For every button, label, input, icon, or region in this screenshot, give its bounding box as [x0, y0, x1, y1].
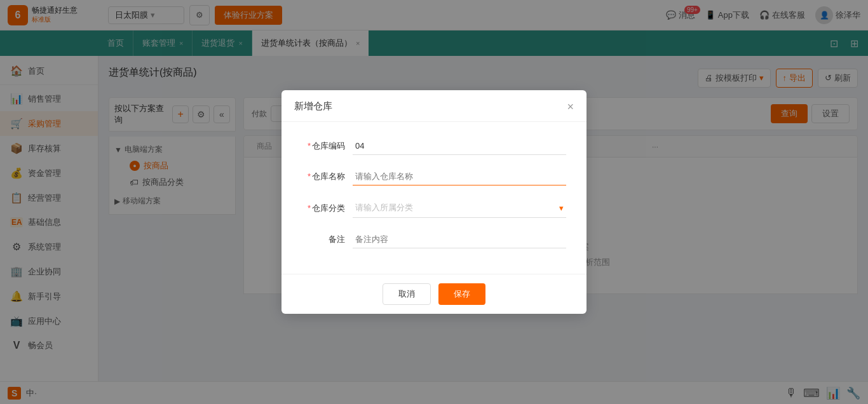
modal-footer: 取消 保存 — [281, 274, 587, 314]
category-placeholder: 请输入所属分类 — [355, 202, 413, 213]
modal-title: 新增仓库 — [294, 100, 332, 112]
code-label: 仓库编码 — [302, 140, 353, 152]
category-dropdown-arrow: ▾ — [559, 203, 564, 213]
category-label: 仓库分类 — [302, 203, 353, 214]
form-row-code: 仓库编码 — [302, 137, 566, 155]
modal-body: 仓库编码 仓库名称 仓库分类 请输入所属分类 ▾ 备注 — [281, 122, 587, 274]
save-button[interactable]: 保存 — [438, 283, 485, 305]
form-row-note: 备注 — [302, 231, 566, 248]
cancel-button[interactable]: 取消 — [383, 283, 431, 305]
note-label: 备注 — [302, 234, 353, 245]
name-label: 仓库名称 — [302, 171, 353, 182]
modal-overlay[interactable]: 新增仓库 × 仓库编码 仓库名称 仓库分类 请输入所属分类 ▾ — [0, 0, 868, 404]
modal-new-warehouse: 新增仓库 × 仓库编码 仓库名称 仓库分类 请输入所属分类 ▾ — [281, 90, 587, 314]
warehouse-category-select[interactable]: 请输入所属分类 ▾ — [353, 198, 566, 218]
warehouse-note-input[interactable] — [353, 231, 566, 248]
form-row-name: 仓库名称 — [302, 168, 566, 185]
modal-close-button[interactable]: × — [567, 101, 574, 112]
warehouse-code-input[interactable] — [353, 137, 566, 155]
warehouse-name-input[interactable] — [353, 168, 566, 185]
form-row-category: 仓库分类 请输入所属分类 ▾ — [302, 198, 566, 218]
modal-header: 新增仓库 × — [281, 90, 587, 122]
